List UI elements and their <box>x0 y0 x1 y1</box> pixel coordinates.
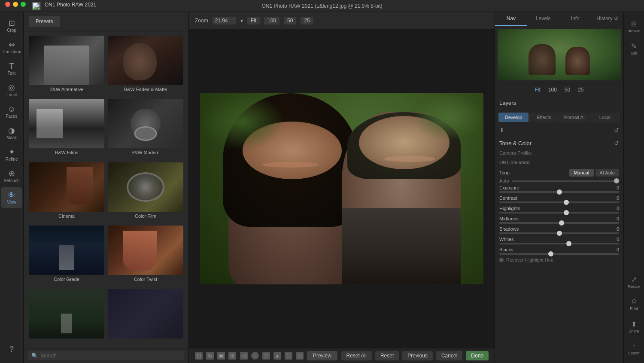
zoom-100-button[interactable]: 100 <box>264 17 279 24</box>
zoom-25-button[interactable]: 25 <box>301 17 313 24</box>
list-item[interactable]: B&W Modern <box>108 99 183 159</box>
list-item[interactable]: Cinema <box>29 162 104 222</box>
contrast-thumb[interactable] <box>564 200 569 205</box>
cancel-button[interactable]: Cancel <box>436 351 462 360</box>
tone-reset-icon[interactable]: ↺ <box>614 140 619 146</box>
previous-button[interactable]: Previous <box>402 351 433 360</box>
tab-develop[interactable]: Develop <box>498 113 529 122</box>
layout-icon-2[interactable]: ⊞ <box>228 352 236 360</box>
text-icon: T <box>9 62 14 70</box>
nav-zoom-buttons: Fit 100 50 25 <box>495 83 623 96</box>
bottom-bar: ⊡ ⧉ ▣ ⊞ ◁ ○ □ ▲ ◌ ⬡ Preview Reset All Re… <box>189 348 495 363</box>
tab-nav[interactable]: Nav <box>495 12 527 26</box>
whites-slider[interactable] <box>499 243 619 244</box>
midtones-slider[interactable] <box>499 222 619 224</box>
list-item[interactable]: Color Grade <box>29 226 104 285</box>
tool-mask[interactable]: ◑ Mask <box>1 123 22 143</box>
preset-label: Cinema <box>29 214 104 220</box>
nav-preview <box>495 26 623 83</box>
exposure-thumb[interactable] <box>557 189 562 195</box>
bottom-center: ◁ ○ □ ▲ ◌ ⬡ Preview <box>240 351 337 360</box>
tone-ai-auto-button[interactable]: AI Auto <box>595 169 619 177</box>
reset-section-icon[interactable]: ↺ <box>614 127 619 134</box>
sidebar-item-edit[interactable]: ✎ Edit <box>625 38 644 59</box>
tool-retouch[interactable]: ⊕ Retouch <box>1 166 22 186</box>
list-item[interactable]: Color Film <box>108 162 183 222</box>
tool-local[interactable]: ◎ Local <box>1 80 22 101</box>
mask-view-icon[interactable]: ⬡ <box>296 352 304 360</box>
sidebar-item-export[interactable]: ↑ Export <box>625 338 644 360</box>
blacks-thumb[interactable] <box>548 251 553 256</box>
nav-zoom-100[interactable]: 100 <box>546 86 559 94</box>
left-toolbar: ⊡ Crop ⇔ Transform T Text ◎ Local ☺ Face… <box>0 12 24 363</box>
list-item[interactable]: B&W Faded & Matte <box>108 36 183 95</box>
photo-canvas <box>200 93 483 284</box>
zoom-50-button[interactable]: 50 <box>284 17 296 24</box>
tool-refine[interactable]: ✦ Refine <box>1 144 22 165</box>
nav-zoom-25[interactable]: 25 <box>575 86 586 94</box>
zoom-fit-button[interactable]: Fit <box>247 17 260 24</box>
filmstrip-icon[interactable]: ⊡ <box>195 352 203 360</box>
tone-manual-button[interactable]: Manual <box>569 169 593 177</box>
highlights-thumb[interactable] <box>564 210 569 215</box>
blacks-slider[interactable] <box>499 253 619 255</box>
window-controls[interactable]: ON1 Photo RAW 2021 <box>5 2 96 10</box>
reset-button[interactable]: Reset <box>375 351 399 360</box>
tool-crop[interactable]: ⊡ Crop <box>1 15 22 36</box>
tab-local[interactable]: Local <box>590 113 620 122</box>
zoom-input[interactable] <box>213 17 236 24</box>
exposure-slider[interactable] <box>499 191 619 193</box>
auto-slider-track[interactable] <box>512 180 619 182</box>
sidebar-item-print[interactable]: ⎙ Print <box>625 293 644 315</box>
zoom-dropdown-icon[interactable]: ▾ <box>240 18 243 24</box>
erase-icon[interactable]: ◌ <box>285 352 292 360</box>
search-icon: 🔍 <box>31 353 38 359</box>
reset-all-button[interactable]: Reset All <box>341 351 372 360</box>
sidebar-item-resize[interactable]: ⤢ Resize <box>625 271 644 293</box>
list-item[interactable]: B&W Films <box>29 99 104 159</box>
list-item[interactable]: Color Twist <box>108 226 183 285</box>
preview-button[interactable]: Preview <box>307 351 337 360</box>
tab-levels[interactable]: Levels <box>527 12 559 26</box>
close-button[interactable] <box>5 2 10 7</box>
minimize-button[interactable] <box>13 2 18 7</box>
tab-portrait-ai[interactable]: Portrait AI <box>559 113 589 122</box>
blacks-slider-row: Blacks 0 <box>499 247 619 255</box>
browse-icon: ⊞ <box>631 20 637 28</box>
nav-circle-icon[interactable]: ○ <box>251 352 259 360</box>
maximize-button[interactable] <box>21 2 26 7</box>
tool-view[interactable]: 👁 View <box>1 187 22 208</box>
tone-header: Tone & Color ↺ <box>499 140 619 146</box>
auto-row: Auto <box>499 178 619 183</box>
tool-transform[interactable]: ⇔ Transform <box>1 37 22 58</box>
tool-help[interactable]: ? <box>1 339 22 360</box>
shadows-thumb[interactable] <box>557 231 562 236</box>
export-section-icon[interactable]: ⬆ <box>499 127 504 134</box>
tool-faces[interactable]: ☺ Faces <box>1 101 22 122</box>
list-item[interactable] <box>108 289 183 344</box>
contrast-slider[interactable] <box>499 201 619 203</box>
sidebar-item-share[interactable]: ⬆ Share <box>625 316 644 337</box>
presets-button[interactable]: Presets <box>29 16 60 27</box>
tab-effects[interactable]: Effects <box>529 113 559 122</box>
sidebar-item-browse[interactable]: ⊞ Browse <box>625 15 644 37</box>
crop-tool-icon[interactable]: □ <box>262 352 270 360</box>
nav-zoom-50[interactable]: 50 <box>562 86 573 94</box>
tool-text[interactable]: T Text <box>1 58 22 79</box>
nav-left-icon[interactable]: ◁ <box>240 352 248 360</box>
tab-info[interactable]: Info <box>559 12 592 26</box>
midtones-thumb[interactable] <box>559 220 564 226</box>
stamp-icon[interactable]: ▲ <box>273 352 281 360</box>
shadows-slider[interactable] <box>499 232 619 234</box>
whites-thumb[interactable] <box>566 241 571 246</box>
done-button[interactable]: Done <box>466 351 489 360</box>
list-item[interactable]: B&W Alternative <box>29 36 104 95</box>
compare-icon[interactable]: ⧉ <box>206 352 214 360</box>
auto-slider-thumb[interactable] <box>614 178 619 183</box>
nav-zoom-fit[interactable]: Fit <box>532 86 543 94</box>
list-item[interactable] <box>29 289 104 344</box>
layout-icon-1[interactable]: ▣ <box>217 352 225 360</box>
search-input[interactable] <box>40 353 181 359</box>
highlights-slider[interactable] <box>499 212 619 214</box>
tab-history[interactable]: History ↺ <box>591 12 623 26</box>
